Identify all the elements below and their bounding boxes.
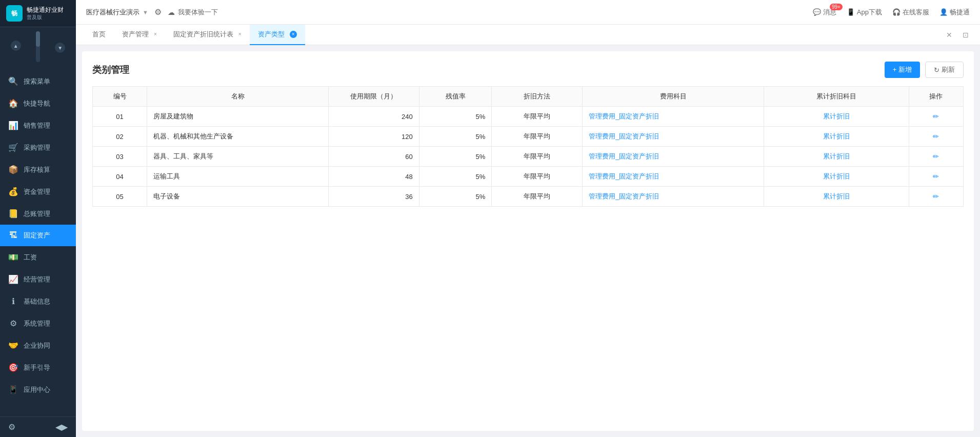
cloud-icon: ☁: [168, 8, 175, 16]
cell-op: ✏: [909, 187, 963, 207]
tabbar: 首页 资产管理 × 固定资产折旧统计表 × 资产类型 × ✕ ⊡: [76, 25, 980, 45]
page-content: 类别管理 + 新增 ↻ 刷新 编号 名称 使用期限（月） 残值率 折旧方法 费用…: [82, 51, 974, 431]
sidebar-item-label: 固定资产: [24, 231, 50, 240]
messages-button[interactable]: 💬 消息 99: [813, 8, 836, 17]
sidebar-item-finance[interactable]: 💰 资金管理: [0, 181, 76, 203]
sidebar-item-label: 总账管理: [24, 209, 50, 218]
refresh-icon: ↻: [934, 66, 939, 74]
cell-residual: 5%: [419, 167, 492, 187]
gear-icon: ⚙: [8, 319, 18, 328]
tab-asset-type-close[interactable]: ×: [290, 31, 297, 38]
message-icon: 💬: [813, 8, 821, 16]
cell-accum: 累计折旧: [764, 147, 909, 167]
category-table: 编号 名称 使用期限（月） 残值率 折旧方法 费用科目 累计折旧科目 操作 01…: [92, 86, 964, 207]
cell-method: 年限平均: [492, 107, 583, 127]
sidebar-item-ledger[interactable]: 📒 总账管理: [0, 203, 76, 225]
info-icon: ℹ: [8, 296, 18, 306]
ops-icon: 📈: [8, 274, 18, 284]
tab-home-label: 首页: [92, 30, 106, 39]
sidebar-footer: ⚙ ◀▶: [0, 416, 76, 437]
cell-method: 年限平均: [492, 187, 583, 207]
sidebar-item-sales[interactable]: 📊 销售管理: [0, 114, 76, 136]
new-button[interactable]: + 新增: [885, 62, 920, 78]
collapse-icon[interactable]: ◀▶: [55, 422, 68, 432]
sidebar-item-collab[interactable]: 🤝 企业协同: [0, 334, 76, 356]
scroll-down-button[interactable]: ▼: [55, 43, 65, 53]
window-close-button[interactable]: ✕: [943, 29, 955, 41]
box-icon: 📦: [8, 165, 18, 174]
cell-name: 器具、工具、家具等: [147, 147, 329, 167]
experience-label: 我要体验一下: [178, 8, 218, 17]
topbar-right: 💬 消息 99 📱 App下载 🎧 在线客服 👤 畅捷通: [813, 8, 970, 17]
sidebar-item-guide[interactable]: 🎯 新手引导: [0, 356, 76, 379]
collab-icon: 🤝: [8, 341, 18, 350]
cell-expense: 管理费用_固定资产折旧: [583, 107, 764, 127]
cell-method: 年限平均: [492, 147, 583, 167]
customer-service-label: 在线客服: [903, 8, 929, 17]
sidebar-item-purchase[interactable]: 🛒 采购管理: [0, 136, 76, 158]
sidebar-item-quick-nav[interactable]: 🏠 快捷导航: [0, 92, 76, 114]
app-name: 畅捷通好业财: [27, 6, 64, 14]
edit-button[interactable]: ✏: [933, 172, 939, 181]
sidebar-item-basic-info[interactable]: ℹ 基础信息: [0, 290, 76, 312]
sidebar-item-payroll[interactable]: 💵 工资: [0, 246, 76, 268]
message-badge: 99: [830, 4, 843, 10]
topbar: 医疗器械行业演示 ▼ ⚙ ☁ 我要体验一下 💬 消息 99 📱 App下载 🎧 …: [76, 0, 980, 25]
cell-expense: 管理费用_固定资产折旧: [583, 127, 764, 147]
cell-period: 120: [328, 127, 419, 147]
guide-icon: 🎯: [8, 363, 18, 372]
sidebar-item-operations[interactable]: 📈 经营管理: [0, 268, 76, 290]
table-header: 编号 名称 使用期限（月） 残值率 折旧方法 费用科目 累计折旧科目 操作: [93, 87, 964, 107]
cell-expense: 管理费用_固定资产折旧: [583, 187, 764, 207]
sidebar-item-label: 采购管理: [24, 143, 50, 152]
tab-asset-type-label: 资产类型: [258, 30, 285, 39]
tab-asset-mgmt-label: 资产管理: [122, 30, 149, 39]
sidebar-item-inventory[interactable]: 📦 库存核算: [0, 158, 76, 181]
window-expand-button[interactable]: ⊡: [959, 29, 972, 41]
settings-icon[interactable]: ⚙: [8, 422, 15, 432]
sidebar-item-system[interactable]: ⚙ 系统管理: [0, 312, 76, 334]
header-period: 使用期限（月）: [328, 87, 419, 107]
tab-home[interactable]: 首页: [84, 25, 114, 45]
sidebar-item-app-center[interactable]: 📱 应用中心: [0, 379, 76, 401]
header-accum: 累计折旧科目: [764, 87, 909, 107]
edit-button[interactable]: ✏: [933, 192, 939, 201]
company-name: 医疗器械行业演示: [86, 8, 139, 17]
company-selector[interactable]: 医疗器械行业演示 ▼: [86, 8, 148, 17]
scrollbar-thumb[interactable]: [36, 31, 40, 47]
tab-asset-mgmt-close[interactable]: ×: [154, 31, 157, 37]
page-actions: + 新增 ↻ 刷新: [885, 62, 964, 78]
edit-button[interactable]: ✏: [933, 132, 939, 141]
cell-code: 04: [93, 167, 147, 187]
edit-button[interactable]: ✏: [933, 152, 939, 161]
scrollbar-track: [36, 31, 40, 62]
customer-service-button[interactable]: 🎧 在线客服: [892, 8, 929, 17]
header-name: 名称: [147, 87, 329, 107]
tab-asset-mgmt[interactable]: 资产管理 ×: [114, 25, 165, 45]
sidebar-item-fixed-assets[interactable]: 🏗 固定资产: [0, 225, 76, 246]
tab-window-controls: ✕ ⊡: [943, 29, 972, 41]
cell-name: 电子设备: [147, 187, 329, 207]
refresh-button[interactable]: ↻ 刷新: [925, 62, 964, 78]
tab-depreciation[interactable]: 固定资产折旧统计表 ×: [165, 25, 250, 45]
tab-asset-type[interactable]: 资产类型 ×: [250, 25, 305, 45]
sidebar-item-label: 工资: [24, 253, 37, 262]
cell-code: 02: [93, 127, 147, 147]
tab-depreciation-close[interactable]: ×: [238, 31, 242, 37]
experience-button[interactable]: ☁ 我要体验一下: [168, 8, 218, 17]
cell-op: ✏: [909, 127, 963, 147]
home-icon: 🏠: [8, 98, 18, 108]
cell-period: 60: [328, 147, 419, 167]
sidebar-item-search[interactable]: 🔍 搜索菜单: [0, 70, 76, 92]
scroll-up-button[interactable]: ▲: [11, 41, 21, 51]
app-download-button[interactable]: 📱 App下载: [847, 8, 882, 17]
download-icon: 📱: [847, 8, 855, 16]
settings-gear-icon[interactable]: ⚙: [154, 7, 162, 17]
edit-button[interactable]: ✏: [933, 112, 939, 121]
search-icon: 🔍: [8, 76, 18, 86]
cell-method: 年限平均: [492, 167, 583, 187]
money-icon: 💰: [8, 187, 18, 196]
user-button[interactable]: 👤 畅捷通: [939, 8, 970, 17]
page-header: 类别管理 + 新增 ↻ 刷新: [92, 62, 964, 78]
sidebar-item-label: 搜索菜单: [24, 77, 50, 86]
